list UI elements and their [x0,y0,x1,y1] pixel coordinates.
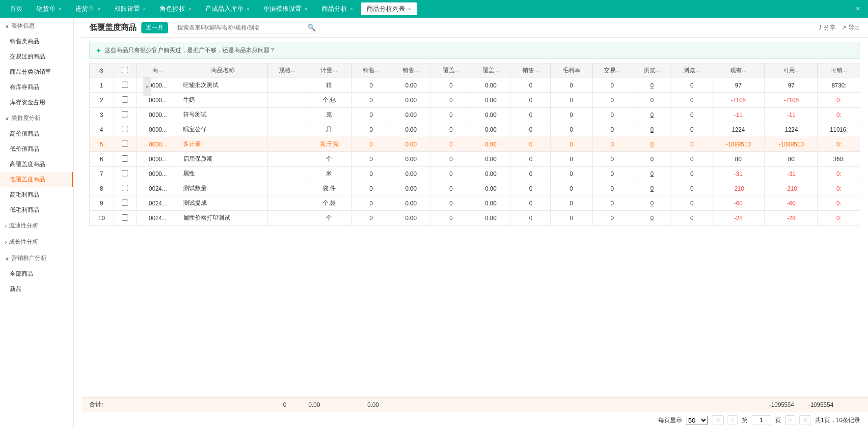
close-icon[interactable]: × [408,6,411,12]
col-gross-rate[interactable]: 毛利率 [551,63,592,78]
select-all-checkbox[interactable] [122,67,128,73]
row-browse1[interactable]: 0 [632,152,672,167]
row-browse1[interactable]: 0 [632,108,672,122]
sidebar-item-sales-goods[interactable]: 销售类商品 [0,34,73,49]
page-size-select[interactable]: 50 20 100 200 [686,416,708,425]
nav-tab-template[interactable]: 单据模板设置 × [257,2,313,15]
window-close-button[interactable]: × [852,2,864,15]
row-checkbox[interactable] [113,108,137,122]
row-available: -1089510 [765,137,818,152]
sidebar-item-low-coverage[interactable]: 低覆盖度商品 [0,172,73,187]
row-select-checkbox[interactable] [122,185,128,191]
col-code[interactable]: 商... [137,63,179,78]
col-coverage2[interactable]: 覆盖... [471,63,511,78]
sidebar-item-low-margin[interactable]: 低毛利商品 [0,202,73,218]
row-checkbox[interactable] [113,152,137,167]
row-select-checkbox[interactable] [122,111,128,117]
sidebar-section-coverage[interactable]: ∨ 类群度分析 [0,110,73,126]
row-select-checkbox[interactable] [122,155,128,162]
share-button[interactable]: ⤴ 分享 [819,24,836,32]
search-icon[interactable]: 🔍 [307,24,316,31]
nav-tab-sales[interactable]: 销货单 × [30,2,67,15]
row-browse1[interactable]: 0 [632,122,672,137]
col-unit[interactable]: 计量... [307,63,352,78]
row-select-checkbox[interactable] [122,126,128,132]
row-checkbox[interactable] [113,211,137,226]
gear-icon[interactable]: ⚙ [99,67,104,74]
row-checkbox[interactable] [113,196,137,211]
close-icon[interactable]: × [97,6,100,12]
sidebar-item-category-rate[interactable]: 商品分类动销率 [0,64,73,80]
sidebar-item-high-coverage[interactable]: 高覆盖度商品 [0,157,73,172]
sidebar-item-all-goods[interactable]: 全部商品 [0,266,73,282]
col-spec[interactable]: 规格... [267,63,307,78]
next-page-button[interactable]: > [785,415,795,425]
row-browse1[interactable]: 0 [632,137,672,152]
nav-tab-goods-analysis[interactable]: 商品分析 × [316,2,359,15]
nav-tab-purchase[interactable]: 进货单 × [69,2,106,15]
row-name: 眠宝公仔 [179,122,267,137]
sidebar-section-growth[interactable]: › 成长性分析 [0,234,73,250]
row-select-checkbox[interactable] [122,200,128,206]
nav-tab-role[interactable]: 角色授权 × [154,2,197,15]
col-available[interactable]: 可用... [765,63,818,78]
row-checkbox[interactable] [113,93,137,108]
row-browse1[interactable]: 0 [632,93,672,108]
col-sales-days[interactable]: 销售... [511,63,550,78]
close-icon[interactable]: × [58,6,61,12]
close-icon[interactable]: × [246,6,249,12]
nav-tab-permissions[interactable]: 权限设置 × [108,2,152,15]
close-icon[interactable]: × [188,6,191,12]
col-name[interactable]: 商品名称 [179,63,267,78]
col-trade[interactable]: 交易... [592,63,632,78]
col-coverage1[interactable]: 覆盖... [431,63,471,78]
sidebar-item-low-value[interactable]: 低价值商品 [0,142,73,157]
row-checkbox[interactable] [113,181,137,196]
col-gear[interactable]: ⚙ [90,63,113,78]
col-sales-qty[interactable]: 销售... [351,63,391,78]
row-select-checkbox[interactable] [122,141,128,147]
sidebar-item-new-goods[interactable]: 新品 [0,282,73,297]
sidebar-item-high-margin[interactable]: 高毛利商品 [0,187,73,202]
row-checkbox[interactable] [113,167,137,181]
sidebar-section-promo[interactable]: ∨ 营销推广分析 [0,250,73,266]
row-browse1[interactable]: 0 [632,181,672,196]
col-browse2[interactable]: 浏览... [672,63,712,78]
row-select-checkbox[interactable] [122,96,128,103]
first-page-button[interactable]: |< [712,415,724,425]
sidebar-item-stock-capital[interactable]: 库存资金占用 [0,95,73,110]
export-button[interactable]: ↗ 导出 [841,24,860,32]
row-checkbox[interactable] [113,122,137,137]
nav-tab-goods-analysis-list[interactable]: 商品分析列表 × [361,2,417,15]
row-browse1[interactable]: 0 [632,211,672,226]
search-input[interactable] [177,24,305,31]
nav-tab-home[interactable]: 首页 [4,2,28,15]
close-icon[interactable]: × [304,6,307,12]
row-checkbox[interactable] [113,78,137,93]
page-number-input[interactable] [752,415,771,425]
sidebar-item-traded-goods[interactable]: 交易过的商品 [0,49,73,64]
sidebar-item-high-value[interactable]: 高价值商品 [0,126,73,142]
col-current[interactable]: 现有... [712,63,765,78]
row-browse1[interactable]: 0 [632,196,672,211]
sidebar-item-in-stock[interactable]: 有库存商品 [0,80,73,95]
nav-tab-inventory[interactable]: 产成品入库单 × [199,2,255,15]
row-spec [267,152,307,167]
row-select-checkbox[interactable] [122,82,128,88]
col-sales-amt[interactable]: 销售... [391,63,431,78]
row-select-checkbox[interactable] [122,214,128,221]
filter-recent-month[interactable]: 近一月 [141,22,168,33]
row-browse1[interactable]: 0 [632,167,672,181]
close-icon[interactable]: × [143,6,146,12]
prev-page-button[interactable]: < [728,415,738,425]
row-browse1[interactable]: 0 [632,78,672,93]
last-page-button[interactable]: >| [799,415,811,425]
sidebar-section-flow[interactable]: › 流通性分析 [0,218,73,234]
row-checkbox[interactable] [113,137,137,152]
row-select-checkbox[interactable] [122,170,128,176]
col-sellable[interactable]: 可销... [818,63,860,78]
close-icon[interactable]: × [350,6,353,12]
sidebar-section-overall[interactable]: ∨ 整体信息 [0,18,73,34]
col-browse1[interactable]: 浏览... [632,63,672,78]
sidebar-collapse-button[interactable]: « [143,77,151,96]
